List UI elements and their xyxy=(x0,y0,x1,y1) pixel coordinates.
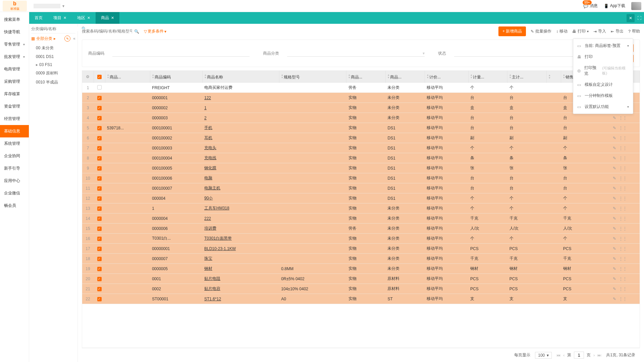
sidebar-item[interactable]: 资金管理 xyxy=(0,100,29,113)
batch-button[interactable]: ✎批量操作 xyxy=(531,28,551,34)
row-checkbox[interactable]: ✓ xyxy=(97,206,102,211)
table-row[interactable]: 19✓0000005钢材0.8MM实物未分类移动平均钢材钢材钢材✎⋮⋮ xyxy=(82,264,640,274)
product-name-link[interactable]: 充电头 xyxy=(204,145,216,150)
company-selector[interactable]: ▾ xyxy=(34,4,64,8)
product-name-link[interactable]: 手机 xyxy=(204,125,212,130)
edit-icon[interactable]: ✎ xyxy=(613,216,616,221)
row-checkbox[interactable]: ✓ xyxy=(97,176,102,181)
product-name-link[interactable]: 电脑 xyxy=(204,176,212,180)
column-header[interactable]: ▴▾ xyxy=(547,71,561,83)
help-button[interactable]: ?帮助 xyxy=(628,28,640,34)
product-name-link[interactable]: 耳机 xyxy=(204,135,212,140)
page-input[interactable] xyxy=(574,352,584,359)
product-name-link[interactable]: ST1.6*12 xyxy=(204,297,221,301)
sidebar-search[interactable]: 搜索菜单 xyxy=(0,13,29,26)
column-header[interactable]: ✓ xyxy=(94,71,105,83)
dd-template[interactable]: ▭模板自定义设计 xyxy=(573,79,633,90)
more-icon[interactable]: ⋮⋮ xyxy=(619,226,627,231)
edit-icon[interactable]: ✎ xyxy=(613,136,616,140)
column-header[interactable]: ▴▾商品编码 xyxy=(150,71,202,83)
product-name-link[interactable]: 2 xyxy=(204,116,207,120)
close-icon[interactable]: ✕ xyxy=(87,16,90,20)
sidebar-item[interactable]: 采购管理 xyxy=(0,75,29,88)
row-checkbox[interactable]: ✓ xyxy=(97,257,102,261)
product-name-link[interactable]: 工具车HM318 xyxy=(204,206,229,210)
page-first[interactable]: ⏮ xyxy=(556,353,560,358)
column-header[interactable]: ▴▾商品... xyxy=(385,71,425,83)
table-row[interactable]: 15✓0000006培训费劳务未分类移动平均人/次人/次人/次✎⋮⋮ xyxy=(82,224,640,234)
sidebar-item[interactable]: 零售管理▾ xyxy=(0,38,29,51)
tab[interactable]: 项目✕ xyxy=(48,12,72,24)
more-icon[interactable]: ⋮⋮ xyxy=(619,297,627,301)
row-checkbox[interactable] xyxy=(97,85,102,89)
tree-collapse-button[interactable]: « xyxy=(73,36,75,41)
column-header[interactable]: ▴▾计量... xyxy=(468,71,507,83)
row-checkbox[interactable]: ✓ xyxy=(97,247,102,251)
page-next[interactable]: › xyxy=(593,353,595,358)
row-checkbox[interactable]: ✓ xyxy=(97,146,102,150)
edit-icon[interactable]: ✎ xyxy=(613,297,616,301)
edit-icon[interactable]: ✎ xyxy=(613,256,616,261)
row-checkbox[interactable]: ✓ xyxy=(97,136,102,140)
dd-current[interactable]: ▭当前: 商品标签-预置▾ xyxy=(573,40,633,51)
column-header[interactable]: ▴▾计价... xyxy=(425,71,468,83)
product-name-link[interactable]: BLD10-23-1.1KW xyxy=(204,246,236,251)
dd-onemin[interactable]: ▭一分钟制作模板 xyxy=(573,90,633,101)
edit-icon[interactable]: ✎ xyxy=(613,277,616,281)
row-checkbox[interactable]: ✓ xyxy=(97,297,102,301)
close-icon[interactable]: ✕ xyxy=(63,16,66,20)
edit-icon[interactable]: ✎ xyxy=(613,126,616,130)
more-icon[interactable]: ⋮⋮ xyxy=(619,287,627,291)
sidebar-item[interactable]: 基础信息 xyxy=(0,125,29,137)
more-icon[interactable]: ⋮⋮ xyxy=(619,216,627,221)
move-button[interactable]: ↕移动 xyxy=(556,28,568,34)
product-name-link[interactable]: 222 xyxy=(204,216,211,221)
sidebar-item[interactable]: 畅会员 xyxy=(0,199,29,212)
filter-code-input[interactable] xyxy=(112,50,250,57)
product-name-link[interactable]: 充电线 xyxy=(204,156,216,160)
table-row[interactable]: 9✓000100005钢化膜实物DS1移动平均张张张✎⋮⋮ xyxy=(82,163,640,173)
table-row[interactable]: 8✓000100004充电线实物DS1移动平均条条条✎⋮⋮ xyxy=(82,153,640,163)
sidebar-item[interactable]: 电商管理 xyxy=(0,63,29,75)
table-row[interactable]: 10✓000100006电脑实物DS1移动平均台台台✎⋮⋮ xyxy=(82,173,640,183)
page-last[interactable]: ⏭ xyxy=(597,353,601,358)
checkbox-all[interactable]: ✓ xyxy=(97,75,102,79)
tab[interactable]: 首页 xyxy=(29,12,48,24)
row-checkbox[interactable]: ✓ xyxy=(97,106,102,110)
tab[interactable]: 地区✕ xyxy=(72,12,96,24)
row-checkbox[interactable]: ✓ xyxy=(97,217,102,221)
tab[interactable]: 商品✕ xyxy=(96,12,119,24)
more-icon[interactable]: ⋮⋮ xyxy=(619,116,627,120)
more-icon[interactable]: ⋮⋮ xyxy=(619,156,627,161)
row-checkbox[interactable]: ✓ xyxy=(97,166,102,171)
edit-icon[interactable]: ✎ xyxy=(613,156,616,161)
print-button[interactable]: 🖶打印 xyxy=(572,28,589,34)
more-icon[interactable]: ⋮⋮ xyxy=(619,196,627,201)
dd-preview[interactable]: ◎打印预览(可编辑当前模板) xyxy=(573,62,633,79)
product-name-link[interactable]: 电脑主机 xyxy=(204,186,220,190)
more-icon[interactable]: ⋮⋮ xyxy=(619,246,627,251)
table-row[interactable]: 1FREIGHT电商买家付运费劳务未分类移动平均个个✎⋮⋮ xyxy=(82,83,640,93)
table-row[interactable]: 17✓00000001BLD10-23-1.1KW实物未分类移动平均PCSPCS… xyxy=(82,244,640,254)
more-icon[interactable]: ⋮⋮ xyxy=(619,256,627,261)
table-row[interactable]: 14✓0000004222实物未分类移动平均千克千克千克✎⋮⋮ xyxy=(82,214,640,224)
row-checkbox[interactable]: ✓ xyxy=(97,227,102,231)
tree-root[interactable]: ▦ 全部分类 ▸ ✎ « xyxy=(31,36,75,42)
table-row[interactable]: 12✓00000490小实物DS1移动平均个个个✎⋮⋮ xyxy=(82,193,640,203)
tree-search-input[interactable] xyxy=(31,26,82,31)
filter-cat-select[interactable]: ▾ xyxy=(287,50,424,57)
edit-icon[interactable]: ✎ xyxy=(613,176,616,181)
more-icon[interactable]: ⋮⋮ xyxy=(619,176,627,181)
row-checkbox[interactable]: ✓ xyxy=(97,96,102,100)
column-header[interactable]: ▴▾主计... xyxy=(507,71,547,83)
tree-item[interactable]: 03 FS1 xyxy=(31,61,75,69)
more-icon[interactable]: ⋮⋮ xyxy=(619,146,627,150)
dd-print[interactable]: 🖶打印 xyxy=(573,51,633,62)
edit-icon[interactable]: ✎ xyxy=(613,186,616,191)
product-name-link[interactable]: 90小 xyxy=(204,196,213,200)
table-row[interactable]: 18✓0000007珠宝实物未分类移动平均千克千克千克✎⋮⋮ xyxy=(82,254,640,264)
more-conditions-button[interactable]: ▽ 更多条件 ▾ xyxy=(144,28,166,34)
more-icon[interactable]: ⋮⋮ xyxy=(619,266,627,271)
messages-button[interactable]: 💬 消息 99+ xyxy=(583,3,598,9)
row-checkbox[interactable]: ✓ xyxy=(97,116,102,120)
